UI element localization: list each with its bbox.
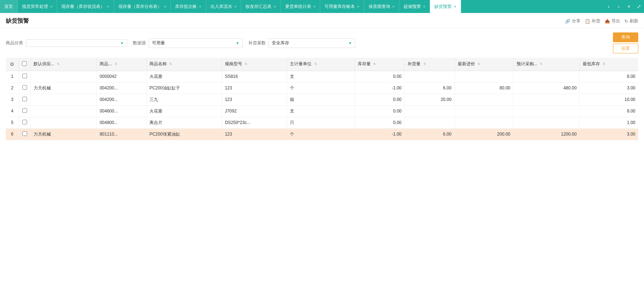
row-checkbox[interactable] [22, 74, 27, 78]
tab-overstock-close[interactable]: × [423, 4, 425, 9]
th-latest-price: 最新进价 ⇅ [454, 58, 513, 71]
row-stock: 0.00 [354, 105, 404, 117]
row-replenish-qty [405, 105, 454, 117]
datasource-label: 数据源 [133, 40, 146, 46]
tab-picking[interactable]: 拣货异常处理 × [18, 0, 57, 13]
replenish-icon: 📋 [585, 19, 590, 24]
row-supplier [30, 94, 97, 105]
row-checkbox[interactable] [22, 131, 27, 136]
category-label: 商品分类 [6, 40, 23, 46]
replenish-select-value: 安全库存 [272, 40, 289, 46]
tab-picking-close[interactable]: × [50, 4, 52, 9]
row-num: 1 [6, 71, 19, 82]
est-purchase-sort-icon[interactable]: ⇅ [540, 63, 543, 66]
replenish-select[interactable]: 安全库存 ▼ [269, 38, 355, 48]
row-supplier [30, 105, 97, 117]
row-stock: 0.00 [354, 117, 404, 128]
row-min-stock: 8.00 [580, 71, 638, 82]
table-container: ⚙ 默认供应... ⇅ 商品... ⇅ 商品名称 ⇅ [0, 58, 644, 140]
tab-stock-status-close[interactable]: × [107, 4, 109, 9]
settings-gear-icon[interactable]: ⚙ [10, 61, 14, 67]
tab-demand[interactable]: 要货单统计表 × [281, 0, 320, 13]
settings-button[interactable]: 设置 [613, 44, 638, 53]
datasource-select[interactable]: 可用量 ▼ [149, 38, 243, 48]
row-min-stock: 10.00 [580, 94, 638, 105]
tab-nav-buttons: ‹ › × ⤢ [604, 0, 644, 13]
refresh-button[interactable]: ↻ 刷新 [625, 18, 638, 24]
row-est-purchase [513, 105, 580, 117]
th-product-name-label: 商品名称 [149, 61, 167, 66]
category-select[interactable]: ▼ [26, 39, 127, 47]
tab-available-label: 可用量库存账本 [325, 4, 355, 10]
tab-inout-label: 出入库流水 [210, 4, 232, 10]
row-checkbox-cell [19, 82, 30, 94]
replenish-qty-sort-icon[interactable]: ⇅ [423, 63, 426, 66]
tab-inout[interactable]: 出入库流水 × [206, 0, 241, 13]
tab-summary[interactable]: 收发存汇总表 × [241, 0, 280, 13]
tab-overstock[interactable]: 超储预警 × [399, 0, 430, 13]
row-checkbox[interactable] [22, 120, 27, 124]
tab-shortage-label: 缺货预警 [434, 4, 452, 10]
tab-summary-close[interactable]: × [274, 4, 276, 9]
tab-demand-close[interactable]: × [313, 4, 316, 9]
tab-scroll-right[interactable]: › [614, 0, 624, 13]
row-num: 4 [6, 105, 19, 117]
row-checkbox[interactable] [22, 97, 27, 101]
replenish-button[interactable]: 📋 补货 [585, 18, 600, 24]
row-min-stock: 1.00 [580, 117, 638, 128]
row-supplier: 力天机械 [30, 82, 97, 94]
select-all-checkbox[interactable] [22, 61, 27, 66]
row-replenish-qty: 6.00 [405, 82, 454, 94]
row-checkbox[interactable] [22, 85, 27, 90]
tab-batch[interactable]: 库存批次账 × [171, 0, 206, 13]
product-name-sort-icon[interactable]: ⇅ [169, 63, 172, 66]
row-product-name: PC200张紧油缸 [146, 128, 222, 140]
tab-expiry-close[interactable]: × [392, 4, 395, 9]
tab-home[interactable]: 首页 [0, 0, 18, 13]
header-actions: 🔗 分享 📋 补货 📤 导出 ↻ 刷新 [565, 18, 638, 24]
tab-stock-dist-close[interactable]: × [164, 4, 166, 9]
tab-maximize[interactable]: ⤢ [634, 0, 644, 13]
tab-batch-close[interactable]: × [199, 4, 201, 9]
row-est-purchase: 1200.00 [513, 128, 580, 140]
tab-stock-status[interactable]: 现存量（库存状况表） × [57, 0, 114, 13]
row-product-code: 004800... [97, 117, 147, 128]
stock-sort-icon[interactable]: ⇅ [373, 63, 376, 66]
row-replenish-qty [405, 71, 454, 82]
table-row: 10000042火花塞SS816支0.008.00 [6, 71, 638, 82]
tab-shortage[interactable]: 缺货预警 × [430, 0, 461, 13]
tab-close-all[interactable]: × [624, 0, 634, 13]
th-gear: ⚙ [6, 58, 19, 71]
filter-actions: 查询 设置 [613, 32, 638, 53]
product-code-sort-icon[interactable]: ⇅ [115, 63, 117, 66]
row-checkbox[interactable] [22, 108, 27, 113]
query-button[interactable]: 查询 [613, 32, 638, 42]
spec-sort-icon[interactable]: ⇅ [245, 63, 247, 66]
tab-scroll-left[interactable]: ‹ [604, 0, 614, 13]
min-stock-sort-icon[interactable]: ⇅ [603, 63, 605, 66]
tab-expiry[interactable]: 保质期查询 × [364, 0, 399, 13]
tab-available[interactable]: 可用量库存账本 × [320, 0, 364, 13]
supplier-sort-icon[interactable]: ⇅ [57, 63, 60, 66]
tab-shortage-close[interactable]: × [454, 4, 456, 9]
row-unit: 箱 [287, 94, 355, 105]
share-icon: 🔗 [565, 19, 570, 24]
category-arrow-icon: ▼ [120, 41, 124, 45]
row-supplier: 力天机械 [30, 128, 97, 140]
unit-sort-icon[interactable]: ⇅ [314, 63, 317, 66]
tab-available-close[interactable]: × [357, 4, 359, 9]
row-product-name: 三九 [146, 94, 222, 105]
row-unit: 支 [287, 105, 355, 117]
row-stock: -1.00 [354, 82, 404, 94]
tab-picking-label: 拣货异常处理 [22, 4, 48, 10]
row-checkbox-cell [19, 94, 30, 105]
tab-stock-dist[interactable]: 现存量（库存分布表） × [114, 0, 171, 13]
datasource-select-value: 可用量 [152, 40, 165, 46]
share-button[interactable]: 🔗 分享 [565, 18, 580, 24]
export-button[interactable]: 📤 导出 [605, 18, 620, 24]
row-spec: 123 [222, 82, 287, 94]
latest-price-sort-icon[interactable]: ⇅ [478, 63, 480, 66]
row-product-name: 火花塞 [146, 105, 222, 117]
row-product-code: 0000042 [97, 71, 147, 82]
tab-inout-close[interactable]: × [234, 4, 236, 9]
